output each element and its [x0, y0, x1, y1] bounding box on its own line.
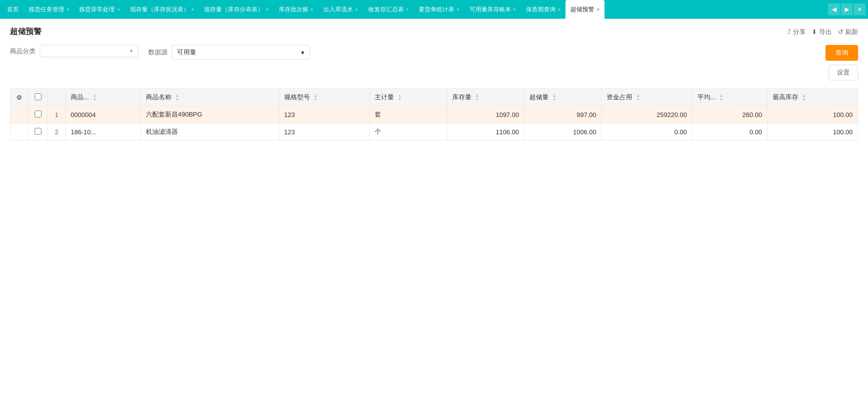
- nav-close-all-button[interactable]: ✕: [854, 3, 866, 15]
- category-select[interactable]: ▾: [40, 45, 138, 57]
- close-tab-in-out-flow[interactable]: ×: [355, 6, 358, 12]
- row-product-name-0: 六配套新昌490BPG: [140, 106, 279, 123]
- query-button[interactable]: 查询: [825, 45, 858, 61]
- export-action[interactable]: ⬇ 导出: [812, 28, 832, 37]
- close-tab-abnormal[interactable]: ×: [117, 6, 120, 12]
- table-body: 1 0000004 六配套新昌490BPG 123 套 1097.00 997.…: [10, 106, 858, 141]
- column-unit-header[interactable]: 主计量 ▲▼: [370, 89, 447, 106]
- row-avg-price-0: 260.00: [692, 106, 767, 123]
- data-table: ⚙ 商品... ▲▼ 商品名称 ▲▼ 规格型号 ▲▼: [10, 88, 858, 141]
- column-checkbox-header[interactable]: [28, 89, 48, 106]
- share-action[interactable]: ⤴ 分享: [787, 28, 806, 37]
- nav-arrows: ◀ ▶ ✕: [827, 3, 866, 15]
- row-num-1: 2: [48, 123, 66, 141]
- row-checkbox-cell-0[interactable]: [28, 106, 48, 123]
- nav-tab-home[interactable]: 首页: [2, 0, 24, 19]
- sort-overstock-icon: ▲▼: [553, 94, 557, 102]
- close-tab-inventory-batch[interactable]: ×: [310, 6, 313, 12]
- table-row: 2 186-10... 机油滤清器 123 个 1106.00 1006.00 …: [10, 123, 858, 141]
- datasource-select[interactable]: 可用量 ▾: [172, 45, 310, 60]
- category-filter: 商品分类 ▾: [10, 45, 138, 57]
- page-title: 超储预警: [10, 27, 42, 37]
- row-product-name-1: 机油滤清器: [140, 123, 279, 141]
- row-checkbox-1[interactable]: [35, 128, 42, 135]
- column-product-name-header[interactable]: 商品名称 ▲▼: [140, 89, 279, 106]
- row-spec-1: 123: [279, 123, 369, 141]
- sort-spec-icon: ▲▼: [313, 94, 317, 102]
- close-tab-receive-summary[interactable]: ×: [406, 6, 409, 12]
- row-num-0: 1: [48, 106, 66, 123]
- sort-unit-icon: ▲▼: [398, 94, 402, 102]
- nav-tab-task-mgmt[interactable]: 拣货任务管理 ×: [24, 0, 74, 19]
- datasource-label: 数据源: [148, 48, 168, 57]
- share-label: 分享: [793, 28, 806, 37]
- datasource-filter: 数据源 可用量 ▾: [148, 45, 310, 60]
- column-gear[interactable]: ⚙: [10, 89, 28, 106]
- header-actions: ⤴ 分享 ⬇ 导出 ↺ 刷新: [787, 28, 858, 37]
- nav-tab-in-out-flow[interactable]: 出入库流水 ×: [318, 0, 363, 19]
- column-overstock-header[interactable]: 超储量 ▲▼: [524, 89, 601, 106]
- nav-tab-receive-summary[interactable]: 收发存汇总表 ×: [363, 0, 414, 19]
- refresh-label: 刷新: [845, 28, 858, 37]
- page-header: 超储预警 ⤴ 分享 ⬇ 导出 ↺ 刷新: [10, 27, 858, 37]
- close-tab-quality-check[interactable]: ×: [558, 6, 561, 12]
- sort-capital-icon: ▲▼: [636, 94, 640, 102]
- close-tab-order-stats[interactable]: ×: [456, 6, 459, 12]
- row-avg-price-1: 0.00: [692, 123, 767, 141]
- row-unit-0: 套: [370, 106, 447, 123]
- nav-prev-button[interactable]: ◀: [828, 3, 840, 15]
- sort-product-name-icon: ▲▼: [175, 94, 179, 102]
- nav-tab-overstock-warning[interactable]: 超储预警 ×: [565, 0, 604, 19]
- close-tab-inventory-status[interactable]: ×: [191, 6, 194, 12]
- nav-tab-order-stats[interactable]: 要货单统计表 ×: [414, 0, 464, 19]
- row-overstock-1: 1006.00: [524, 123, 601, 141]
- row-capital-0: 259220.00: [602, 106, 692, 123]
- datasource-chevron-icon: ▾: [301, 49, 304, 56]
- main-content: 超储预警 ⤴ 分享 ⬇ 导出 ↺ 刷新 商品分类 ▾ 数据源: [0, 19, 868, 395]
- column-product-code-header[interactable]: 商品... ▲▼: [66, 89, 141, 106]
- gear-icon: ⚙: [16, 94, 22, 101]
- sort-avg-price-icon: ▲▼: [719, 94, 723, 102]
- nav-tab-inventory-dist[interactable]: 现存量（库存分布表） ×: [199, 0, 273, 19]
- nav-tab-quality-check[interactable]: 保质期查询 ×: [521, 0, 565, 19]
- nav-tab-abnormal[interactable]: 拣货异常处理 ×: [74, 0, 125, 19]
- sort-inventory-icon: ▲▼: [475, 94, 479, 102]
- row-checkbox-cell-1[interactable]: [28, 123, 48, 141]
- close-tab-task-mgmt[interactable]: ×: [66, 6, 69, 12]
- close-tab-inventory-dist[interactable]: ×: [265, 6, 268, 12]
- datasource-select-value: 可用量: [177, 48, 196, 57]
- row-checkbox-0[interactable]: [35, 111, 42, 118]
- nav-tab-inventory-status[interactable]: 现存量（库存状况表） ×: [125, 0, 199, 19]
- nav-next-button[interactable]: ▶: [841, 3, 853, 15]
- row-inventory-1: 1106.00: [447, 123, 524, 141]
- nav-tab-inventory-batch[interactable]: 库存批次账 ×: [274, 0, 318, 19]
- export-label: 导出: [819, 28, 832, 37]
- select-all-checkbox[interactable]: [35, 93, 42, 100]
- top-nav-bar: 首页 拣货任务管理 × 拣货异常处理 × 现存量（库存状况表） × 现存量（库存…: [0, 0, 868, 19]
- close-tab-available-inventory[interactable]: ×: [513, 6, 516, 12]
- refresh-icon: ↺: [838, 28, 843, 36]
- row-max-inventory-0: 100.00: [767, 106, 858, 123]
- settings-button[interactable]: 设置: [828, 65, 858, 80]
- column-avg-price-header[interactable]: 平均... ▲▼: [692, 89, 767, 106]
- row-product-code-0: 0000004: [66, 106, 141, 123]
- column-max-inventory-header[interactable]: 最高库存 ▲▼: [767, 89, 858, 106]
- row-capital-1: 0.00: [602, 123, 692, 141]
- close-tab-overstock-warning[interactable]: ×: [596, 6, 599, 12]
- table-header-row: ⚙ 商品... ▲▼ 商品名称 ▲▼ 规格型号 ▲▼: [10, 89, 858, 106]
- sort-product-code-icon: ▲▼: [92, 94, 96, 102]
- export-icon: ⬇: [812, 28, 817, 36]
- row-inventory-0: 1097.00: [447, 106, 524, 123]
- nav-tab-available-inventory[interactable]: 可用量库存账本 ×: [465, 0, 521, 19]
- column-inventory-header[interactable]: 库存量 ▲▼: [447, 89, 524, 106]
- category-chevron-icon: ▾: [130, 48, 133, 54]
- filter-buttons: 查询 设置: [825, 45, 858, 80]
- row-max-inventory-1: 100.00: [767, 123, 858, 141]
- row-gear-0: [10, 106, 28, 123]
- refresh-action[interactable]: ↺ 刷新: [838, 28, 858, 37]
- table-row: 1 0000004 六配套新昌490BPG 123 套 1097.00 997.…: [10, 106, 858, 123]
- row-gear-1: [10, 123, 28, 141]
- column-spec-header[interactable]: 规格型号 ▲▼: [279, 89, 369, 106]
- column-row-num-header: [48, 89, 66, 106]
- column-capital-header[interactable]: 资金占用 ▲▼: [602, 89, 692, 106]
